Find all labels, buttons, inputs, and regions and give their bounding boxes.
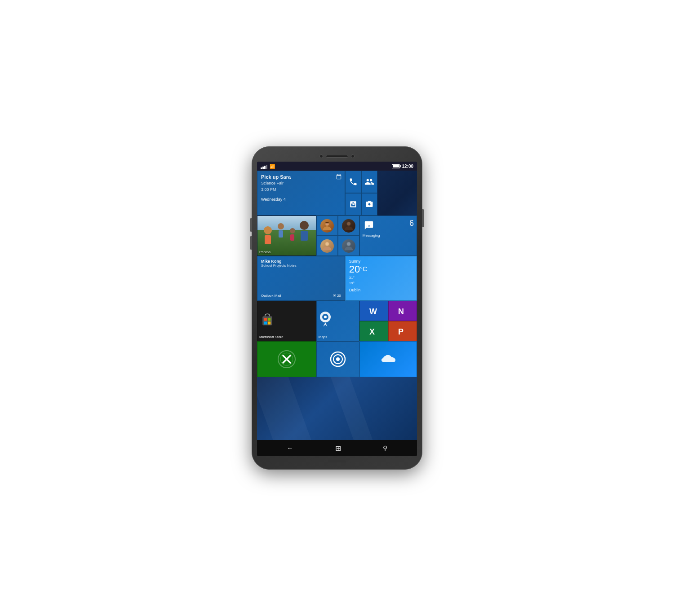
contact-tile-2[interactable] — [338, 216, 359, 236]
onenote-subtitle: School Projects Notes — [261, 264, 341, 268]
row-1: Pick up Sara Science Fair 3:00 PM Wednes… — [257, 171, 417, 216]
camera-icon — [364, 195, 375, 213]
volume-down-button[interactable] — [250, 236, 252, 250]
svg-rect-9 — [262, 316, 272, 325]
phone-tile[interactable] — [345, 171, 361, 193]
weather-high: 31° — [349, 276, 355, 280]
back-button[interactable]: ← — [287, 444, 293, 452]
excel-icon: X — [362, 323, 386, 339]
word-icon: W — [362, 303, 386, 319]
store-tile[interactable]: Microsoft Store — [257, 301, 316, 341]
maps-tile[interactable]: Maps — [316, 301, 359, 341]
onedrive-icon — [380, 343, 397, 375]
outlook-mail-label: Outlook Mail — [261, 294, 281, 298]
onenote-outlook-tile[interactable]: Mike Kong School Projects Notes Outlook … — [257, 256, 345, 301]
contact-tile-1[interactable] — [316, 216, 338, 236]
home-indicator — [328, 460, 346, 462]
onenote-user-name: Mike Kong — [261, 259, 341, 264]
calendar-tile[interactable]: Pick up Sara Science Fair 3:00 PM Wednes… — [257, 171, 345, 216]
people-tile[interactable] — [361, 171, 377, 193]
row-5 — [257, 341, 417, 377]
svg-point-29 — [336, 357, 340, 361]
mail-count-area: ✉ 20 — [333, 294, 341, 298]
start-screen: Pick up Sara Science Fair 3:00 PM Wednes… — [257, 171, 417, 440]
calculator-icon — [347, 195, 359, 213]
clock: 12:00 — [402, 164, 413, 169]
weather-tile[interactable]: Sunny 20 °C 31° 19° Dublin — [345, 256, 417, 301]
music-icon — [330, 343, 346, 375]
mail-icon: ✉ — [333, 294, 336, 298]
calendar-event-subtitle: Science Fair — [261, 181, 341, 186]
photos-image — [257, 216, 316, 255]
front-camera — [319, 154, 323, 158]
store-icon — [259, 303, 275, 334]
weather-condition: Sunny — [349, 259, 413, 264]
messaging-count: 6 — [409, 219, 414, 228]
messaging-label: Messaging — [363, 233, 380, 238]
word-tile[interactable]: W — [359, 301, 388, 321]
volume-up-button[interactable] — [250, 218, 252, 232]
powerpoint-tile[interactable]: P — [388, 321, 417, 341]
mail-count: 20 — [337, 294, 341, 298]
phone-bottom — [257, 456, 417, 464]
row-3: Mike Kong School Projects Notes Outlook … — [257, 256, 417, 301]
signal-bars-icon — [261, 163, 267, 169]
weather-detail: 31° 19° — [349, 275, 413, 286]
maps-icon — [319, 303, 332, 334]
contact-avatar-3 — [320, 239, 334, 253]
svg-point-3 — [347, 222, 350, 225]
weather-low: 19° — [349, 281, 355, 285]
svg-point-16 — [324, 316, 327, 318]
speaker — [326, 155, 348, 158]
contact-tile-4[interactable] — [338, 236, 359, 256]
svg-rect-10 — [264, 318, 267, 321]
music-tile[interactable] — [316, 341, 359, 377]
xbox-tile[interactable] — [257, 341, 316, 377]
people-icon — [364, 173, 375, 191]
calculator-tile[interactable] — [345, 193, 361, 216]
weather-temp: 20 — [349, 264, 360, 275]
messaging-tile[interactable]: :-o 6 Messaging — [359, 216, 417, 256]
contact-tile-3[interactable] — [316, 236, 338, 256]
home-button[interactable]: ⊞ — [335, 444, 341, 453]
onenote-tile[interactable]: N — [388, 301, 417, 321]
messaging-badge: 6 — [409, 219, 414, 228]
powerpoint-icon: P — [390, 323, 415, 339]
contact-avatar-4 — [342, 239, 355, 253]
calendar-event-time: 3:00 PM — [261, 187, 341, 193]
onenote-icon: N — [390, 303, 415, 319]
onedrive-tile[interactable] — [359, 341, 417, 377]
phone-top — [257, 152, 417, 162]
phone-icon — [347, 173, 359, 191]
office-tiles: W N — [359, 301, 417, 341]
signal-area: 📶 — [261, 163, 275, 169]
messaging-icon: :-o — [363, 220, 375, 233]
calendar-icon — [336, 174, 342, 182]
screen: 📶 12:00 — [257, 162, 417, 456]
camera-area — [319, 154, 355, 158]
tiles-grid: Pick up Sara Science Fair 3:00 PM Wednes… — [257, 171, 417, 440]
photos-tile[interactable]: Photos — [257, 216, 316, 256]
svg-text:X: X — [369, 327, 375, 336]
wifi-icon: 📶 — [270, 164, 275, 169]
camera-tile[interactable] — [361, 193, 377, 216]
power-button[interactable] — [422, 209, 424, 227]
svg-point-7 — [347, 242, 350, 245]
row-4: Microsoft Store Maps — [257, 301, 417, 341]
temperature-display: 20 °C — [349, 264, 413, 275]
svg-text:P: P — [398, 327, 404, 336]
outlook-mail-row: Outlook Mail ✉ 20 — [261, 294, 341, 298]
weather-city: Dublin — [349, 288, 413, 292]
svg-point-5 — [325, 242, 328, 245]
contacts-grid — [316, 216, 359, 256]
search-button[interactable]: ⚲ — [383, 444, 387, 452]
status-right: 12:00 — [392, 164, 413, 169]
excel-tile[interactable]: X — [359, 321, 388, 341]
contact-avatar-1 — [320, 219, 334, 233]
svg-text:N: N — [398, 307, 404, 316]
phone-device: 📶 12:00 — [252, 146, 422, 470]
svg-rect-13 — [268, 321, 270, 324]
contact-avatar-2 — [342, 219, 355, 233]
sensor — [351, 154, 355, 158]
navigation-bar: ← ⊞ ⚲ — [257, 440, 417, 456]
